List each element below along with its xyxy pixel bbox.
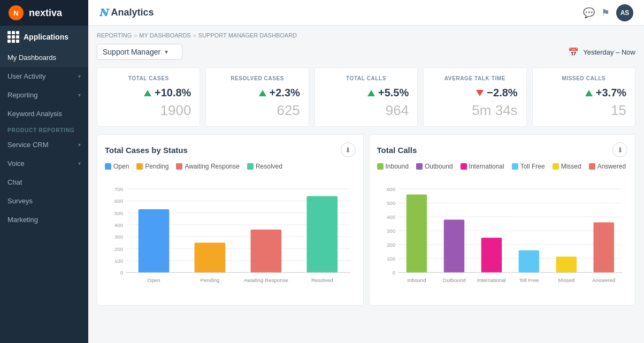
- download-button[interactable]: ⬇: [341, 142, 356, 157]
- date-range[interactable]: 📅 Yesterday – Now: [568, 47, 635, 57]
- download-button[interactable]: ⬇: [612, 142, 627, 157]
- sidebar-item-label: Reporting: [7, 91, 37, 99]
- svg-text:0: 0: [392, 270, 395, 276]
- sidebar-item-label: Marketing: [7, 216, 38, 224]
- breadcrumb-sep: »: [193, 32, 196, 39]
- legend-item: Missed: [553, 163, 581, 170]
- metric-value: 1900: [106, 102, 191, 119]
- metric-change: +10.8%: [106, 87, 191, 99]
- svg-text:Awaiting Response: Awaiting Response: [244, 277, 288, 283]
- chevron-down-icon: ▾: [78, 73, 81, 79]
- total-calls-chart-card: Total Calls ⬇ InboundOutboundInternation…: [369, 134, 636, 306]
- logo-icon: N: [7, 4, 25, 21]
- sidebar-apps-button[interactable]: Applications: [0, 26, 88, 48]
- metric-change-value: +2.3%: [270, 87, 300, 99]
- avatar[interactable]: AS: [616, 4, 633, 21]
- metric-value: 964: [324, 102, 409, 119]
- up-arrow-icon: [259, 90, 266, 96]
- metric-change-value: +5.5%: [378, 87, 409, 99]
- metric-label: RESOLVED CASES: [214, 75, 300, 81]
- content-area: REPORTING » MY DASHBOARDS » SUPPORT MANA…: [88, 26, 644, 343]
- up-arrow-icon: [585, 90, 593, 96]
- svg-text:Pending: Pending: [201, 277, 220, 283]
- sidebar-item-service-crm[interactable]: Service CRM ▾: [0, 135, 88, 154]
- chart1-legend: OpenPendingAwaiting ResponseResolved: [105, 163, 356, 170]
- chevron-down-icon: ▾: [165, 48, 168, 56]
- legend-item: Awaiting Response: [176, 163, 240, 170]
- chat-icon[interactable]: 💬: [583, 7, 595, 19]
- legend-item: International: [461, 163, 504, 170]
- date-range-label: Yesterday – Now: [583, 48, 635, 56]
- metric-change: +2.3%: [214, 87, 300, 99]
- sidebar: N nextiva Applications My Dashboards Use…: [0, 0, 88, 343]
- metric-cards: TOTAL CASES +10.8% 1900 RESOLVED CASES +…: [97, 67, 635, 127]
- breadcrumb-reporting[interactable]: REPORTING: [97, 32, 132, 39]
- svg-text:200: 200: [386, 242, 395, 248]
- legend-item: Inbound: [377, 163, 409, 170]
- metric-change-value: +10.8%: [155, 87, 191, 99]
- svg-rect-22: [250, 230, 281, 272]
- breadcrumb-sep: »: [134, 32, 137, 39]
- legend-item: Pending: [136, 163, 168, 170]
- sidebar-item-reporting[interactable]: Reporting ▾: [0, 86, 88, 104]
- svg-rect-20: [195, 243, 226, 273]
- svg-text:700: 700: [114, 186, 124, 192]
- metric-value: 5m 34s: [432, 102, 517, 119]
- svg-text:500: 500: [114, 210, 124, 216]
- svg-text:Missed: Missed: [558, 277, 574, 283]
- metric-card-missed-calls: MISSED CALLS +3.7% 15: [532, 67, 635, 127]
- dashboard-select[interactable]: Support Manager ▾: [97, 44, 182, 60]
- main-content: ℕ Analytics 💬 ⚑ AS REPORTING » MY DASHBO…: [88, 0, 644, 343]
- chart1-container: 0100200300400500600700OpenPendingAwaitin…: [105, 174, 356, 298]
- svg-text:Inbound: Inbound: [407, 277, 426, 283]
- svg-rect-24: [306, 196, 338, 273]
- sidebar-item-chat[interactable]: Chat: [0, 173, 88, 192]
- svg-text:Open: Open: [148, 277, 160, 283]
- svg-text:100: 100: [114, 258, 124, 264]
- metric-card-avg-talk-time: AVERAGE TALK TIME −2.8% 5m 34s: [423, 67, 526, 127]
- metric-label: TOTAL CASES: [106, 75, 191, 81]
- svg-rect-18: [139, 209, 170, 272]
- svg-text:600: 600: [114, 198, 124, 204]
- metric-card-total-cases: TOTAL CASES +10.8% 1900: [97, 67, 200, 127]
- sidebar-item-my-dashboards[interactable]: My Dashboards: [0, 48, 88, 67]
- sidebar-item-label: Surveys: [7, 197, 33, 205]
- legend-item: Outbound: [416, 163, 453, 170]
- total-cases-chart-card: Total Cases by Status ⬇ OpenPendingAwait…: [97, 134, 364, 306]
- chart2-container: 0100200300400500600InboundOutboundIntern…: [377, 174, 628, 298]
- legend-item: Open: [105, 163, 129, 170]
- svg-text:200: 200: [114, 246, 124, 252]
- svg-rect-49: [556, 256, 576, 272]
- svg-text:400: 400: [114, 222, 124, 228]
- sidebar-item-voice[interactable]: Voice ▾: [0, 154, 88, 173]
- sidebar-item-label: Chat: [7, 178, 22, 186]
- sidebar-item-keyword-analysis[interactable]: Keyword Analysis: [0, 104, 88, 123]
- topbar-title: Analytics: [111, 7, 583, 18]
- apps-label: Applications: [24, 33, 68, 41]
- svg-text:400: 400: [386, 214, 395, 220]
- sidebar-item-user-activity[interactable]: User Activity ▾: [0, 67, 88, 86]
- svg-text:300: 300: [114, 234, 124, 240]
- sidebar-item-marketing[interactable]: Marketing: [0, 210, 88, 229]
- legend-item: Toll Free: [512, 163, 545, 170]
- metric-change: +5.5%: [324, 87, 409, 99]
- product-reporting-section-label: PRODUCT REPORTING: [0, 123, 88, 135]
- legend-item: Answered: [589, 163, 626, 170]
- metric-label: AVERAGE TALK TIME: [432, 75, 517, 81]
- chevron-down-icon: ▾: [78, 142, 81, 148]
- metric-label: MISSED CALLS: [541, 75, 626, 81]
- svg-text:500: 500: [386, 200, 395, 206]
- sidebar-item-surveys[interactable]: Surveys: [0, 192, 88, 210]
- breadcrumb-my-dashboards[interactable]: MY DASHBOARDS: [139, 32, 190, 39]
- sidebar-item-label: User Activity: [7, 72, 46, 80]
- metric-change-value: +3.7%: [596, 87, 626, 99]
- svg-rect-47: [518, 250, 539, 273]
- svg-text:International: International: [477, 277, 506, 283]
- chart2-legend: InboundOutboundInternationalToll FreeMis…: [377, 163, 628, 170]
- topbar: ℕ Analytics 💬 ⚑ AS: [88, 0, 644, 26]
- sidebar-item-label: Keyword Analysis: [7, 110, 62, 118]
- sidebar-nav: My Dashboards User Activity ▾ Reporting …: [0, 48, 88, 343]
- flag-icon[interactable]: ⚑: [601, 7, 610, 19]
- metric-value: 625: [214, 102, 300, 119]
- chevron-down-icon: ▾: [78, 92, 81, 98]
